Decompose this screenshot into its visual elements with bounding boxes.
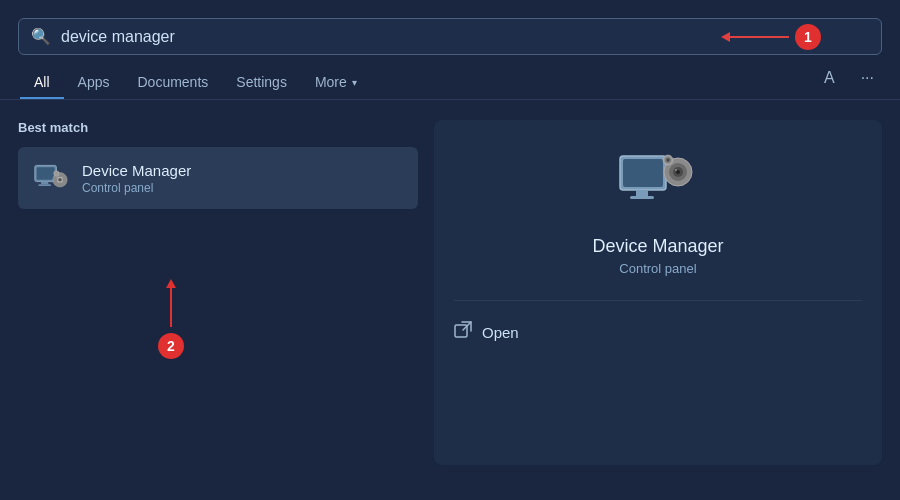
tab-more[interactable]: More ▾ — [301, 66, 371, 98]
open-external-icon — [454, 321, 472, 343]
open-label: Open — [482, 324, 519, 341]
result-subtitle: Control panel — [82, 181, 191, 195]
tabs-bar: All Apps Documents Settings More ▾ A ··· — [0, 55, 900, 100]
result-text: Device Manager Control panel — [82, 162, 191, 195]
svg-point-7 — [54, 171, 59, 176]
detail-divider — [454, 300, 862, 301]
svg-rect-1 — [37, 167, 55, 180]
annotation-2-arrow — [170, 287, 172, 327]
tab-all[interactable]: All — [20, 66, 64, 98]
az-sort-button[interactable]: A — [818, 65, 841, 91]
svg-rect-2 — [41, 182, 48, 185]
tab-settings[interactable]: Settings — [222, 66, 301, 98]
svg-point-6 — [58, 178, 62, 182]
result-title: Device Manager — [82, 162, 191, 179]
search-bar: 🔍 1 — [18, 18, 882, 55]
main-content: Best match Device Manager Co — [0, 100, 900, 485]
annotation-1-arrow — [729, 36, 789, 38]
svg-rect-11 — [630, 196, 654, 199]
best-match-label: Best match — [18, 120, 418, 135]
svg-point-16 — [675, 169, 677, 171]
svg-rect-10 — [636, 190, 648, 196]
annotation-1-circle: 1 — [795, 24, 821, 50]
annotation-2-area: 2 — [18, 209, 418, 289]
search-icon: 🔍 — [31, 27, 51, 46]
device-manager-large-icon — [618, 150, 698, 220]
left-panel: Best match Device Manager Co — [18, 120, 418, 465]
tab-documents[interactable]: Documents — [123, 66, 222, 98]
open-button[interactable]: Open — [454, 317, 862, 347]
detail-title: Device Manager — [592, 236, 723, 257]
svg-rect-9 — [623, 159, 663, 187]
right-detail-panel: Device Manager Control panel Open — [434, 120, 882, 465]
device-manager-small-icon — [32, 159, 70, 197]
more-options-button[interactable]: ··· — [855, 65, 880, 91]
best-match-result-item[interactable]: Device Manager Control panel — [18, 147, 418, 209]
annotation-1-group: 1 — [729, 24, 821, 50]
detail-subtitle: Control panel — [619, 261, 696, 276]
chevron-down-icon: ▾ — [352, 77, 357, 88]
tab-apps[interactable]: Apps — [64, 66, 124, 98]
annotation-2-circle: 2 — [158, 333, 184, 359]
annotation-2-group: 2 — [158, 287, 184, 359]
svg-rect-3 — [38, 184, 51, 186]
svg-point-19 — [667, 159, 670, 162]
tabs-right-controls: A ··· — [818, 65, 880, 99]
